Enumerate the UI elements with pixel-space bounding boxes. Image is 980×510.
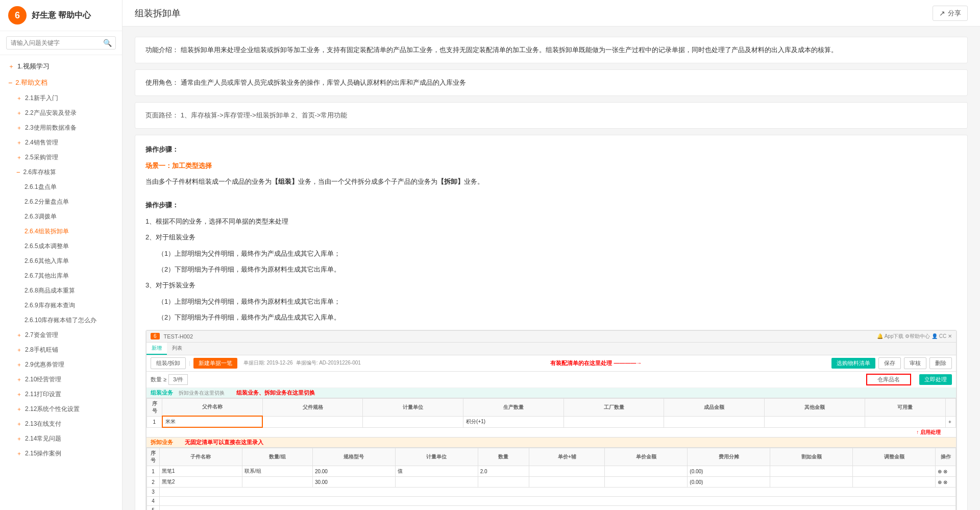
logo-text: 好生意 帮助中心 xyxy=(32,10,91,21)
plus-icon-sm2: ＋ xyxy=(16,109,22,117)
sidebar-item-inv-error[interactable]: 2.6.10库存账本错了怎么办 xyxy=(0,313,122,328)
sidebar-item-online-pay[interactable]: ＋ 2.13在线支付 xyxy=(0,417,122,431)
app-tabs: 新增 列表 xyxy=(146,343,956,355)
sidebar-item-docs-label: 2.帮助文档 xyxy=(15,78,47,87)
share-button[interactable]: ↗ 分享 xyxy=(933,6,968,21)
sidebar-item-print[interactable]: ＋ 2.11打印设置 xyxy=(0,387,122,402)
sidebar-item-cost-adjust[interactable]: 2.6.5成本调整单 xyxy=(0,239,122,254)
sidebar-item-sales[interactable]: ＋ 2.4销售管理 xyxy=(0,135,122,150)
app-logo: 6 xyxy=(151,333,160,339)
sidebar-item-docs[interactable]: − 2.帮助文档 xyxy=(0,75,122,91)
bcell-ops2[interactable]: ⊕ ⊗ xyxy=(936,477,956,488)
minus-icon-sm: − xyxy=(16,168,20,176)
sidebar-item-coupon[interactable]: ＋ 2.9优惠券管理 xyxy=(0,357,122,372)
th-prod-qty: 生产数量 xyxy=(463,398,564,416)
toolbar-date: 单据日期: 2019-12-26 xyxy=(243,359,293,367)
bot-table-body: 1 黑笔1 联系/组 20.00 值 2.0 (0.00) xyxy=(147,466,956,510)
sidebar-item-mobile[interactable]: ＋ 2.8手机旺铺 xyxy=(0,343,122,357)
bcell-qty-group2 xyxy=(242,477,312,488)
sidebar-item-stocktake[interactable]: 2.6.1盘点单 xyxy=(0,180,122,195)
app-titlebar: 6 TEST-H002 🔔 App下载 ⚙帮助中心 👤 CC ✕ xyxy=(146,331,956,343)
qty-value[interactable]: 3/件 xyxy=(168,374,188,385)
step3b: （2）下部明细为子件明细，最终作为产成品生成其它入库单。 xyxy=(158,311,957,323)
sidebar-item-cost-recalc[interactable]: 2.6.8商品成本重算 xyxy=(0,283,122,298)
bth-adj-amt: 调整金额 xyxy=(853,448,936,466)
sidebar-header: 6 好生意 帮助中心 xyxy=(0,0,122,31)
btn-process[interactable]: 立即处理 xyxy=(919,374,952,385)
plus-icon-sm: ＋ xyxy=(16,94,22,102)
user-role-text: 通常由生产人员或库管人员完成拆装业务的操作，库管人员确认原材料的出库和产成品的入… xyxy=(181,79,466,86)
sidebar-item-faq[interactable]: ＋ 2.14常见问题 xyxy=(0,431,122,446)
btn-new-order[interactable]: 新建单据一笔 xyxy=(193,358,237,369)
bth-spec: 规格型号 xyxy=(312,448,395,466)
screenshot-container: 6 TEST-H002 🔔 App下载 ⚙帮助中心 👤 CC ✕ 新增 列表 组… xyxy=(145,330,957,510)
titlebar-text: TEST-H002 xyxy=(164,333,193,339)
plus-icon-coup: ＋ xyxy=(16,361,22,369)
sidebar-item-inventory[interactable]: − 2.6库存核算 xyxy=(0,165,122,180)
tab-list[interactable]: 列表 xyxy=(167,343,187,355)
bcell-unit2 xyxy=(395,477,478,488)
top-bar: 组装拆卸单 ↗ 分享 xyxy=(122,0,980,27)
bcell-no2: 2 xyxy=(147,477,160,488)
step1: 1、根据不同的业务，选择不同单据的类型来处理 xyxy=(145,215,957,227)
cell-action-top[interactable]: + xyxy=(946,416,956,427)
btn-delete[interactable]: 删除 xyxy=(929,357,952,369)
bcell-ops[interactable]: ⊕ ⊗ xyxy=(936,466,956,477)
bth-price-amt: 单价金额 xyxy=(605,448,688,466)
bcell-cost-share2: (0.00) xyxy=(688,477,770,488)
bcell-spec: 20.00 xyxy=(312,466,395,477)
btn-business-type[interactable]: 组装/拆卸 xyxy=(151,357,186,369)
cell-prod-qty: 积分(+1) xyxy=(463,416,564,427)
sidebar-item-data-prep[interactable]: ＋ 2.3使用前数据准备 xyxy=(0,120,122,135)
sidebar-item-cases[interactable]: ＋ 2.15操作案例 xyxy=(0,446,122,461)
sidebar-item-video[interactable]: ＋ 1.视频学习 xyxy=(0,58,122,75)
th-avail-qty: 可用量 xyxy=(865,398,945,416)
btn-material-list[interactable]: 选购物料清单 xyxy=(831,358,875,369)
sidebar-item-transfer[interactable]: 2.6.3调拨单 xyxy=(0,209,122,224)
sidebar-item-purchase[interactable]: ＋ 2.5采购管理 xyxy=(0,150,122,165)
btn-approve[interactable]: 审核 xyxy=(904,357,926,369)
section-top-bar: 组装业务 拆卸业务在这里切换 组装业务、拆卸业务在这里切换 xyxy=(146,388,956,398)
sidebar-item-inv-query[interactable]: 2.6.9库存账本查询 xyxy=(0,298,122,313)
sidebar-item-custom[interactable]: ＋ 2.12系统个性化设置 xyxy=(0,402,122,417)
sidebar-item-other-in[interactable]: 2.6.6其他入库单 xyxy=(0,254,122,269)
cell-unit xyxy=(363,416,463,427)
bth-cut-amt: 割如金额 xyxy=(770,448,853,466)
btn-save[interactable]: 保存 xyxy=(878,357,901,369)
ops-label: 操作步骤： xyxy=(145,201,179,209)
tab-new[interactable]: 新增 xyxy=(146,343,167,355)
sidebar-item-install[interactable]: ＋ 2.2产品安装及登录 xyxy=(0,106,122,120)
bcell-qty: 2.0 xyxy=(478,466,529,477)
plus-icon-ops: ＋ xyxy=(16,376,22,383)
bot-table: 序号 子件名称 数量/组 规格型号 计量单位 数量 单价+辅 单价金额 费用分摊 xyxy=(146,448,956,510)
sidebar-item-new-user[interactable]: ＋ 2.1新手入门 xyxy=(0,91,122,106)
sidebar-item-other-out[interactable]: 2.6.7其他出库单 xyxy=(0,269,122,283)
search-bar[interactable]: 🔍 xyxy=(0,31,122,55)
sidebar: 6 好生意 帮助中心 🔍 ＋ 1.视频学习 − 2.帮助文档 ＋ 2.1新手入门… xyxy=(0,0,122,510)
bth-unit: 计量单位 xyxy=(395,448,478,466)
table-row: 1 米米 积分(+1) + xyxy=(147,416,956,427)
search-input[interactable] xyxy=(6,36,116,50)
bcell-adj-amt xyxy=(853,466,936,477)
scenario-label: 场景一：加工类型选择 xyxy=(145,162,212,169)
th-product-amt: 成品金额 xyxy=(664,398,765,416)
table-row: 3 xyxy=(147,488,956,497)
sidebar-item-partial-stocktake[interactable]: 2.6.2分量盘点单 xyxy=(0,195,122,209)
bcell-spec2: 30.00 xyxy=(312,477,395,488)
path-label: 页面路径： xyxy=(145,111,179,119)
section-top-label: 组装业务 xyxy=(151,390,173,396)
warehouse-input[interactable]: 仓库品名 xyxy=(866,374,911,385)
toolbar-no: 单据编号: AD-20191226-001 xyxy=(296,359,361,367)
search-icon[interactable]: 🔍 xyxy=(103,39,112,47)
bcell-unit: 值 xyxy=(395,466,478,477)
sidebar-item-finance[interactable]: ＋ 2.7资金管理 xyxy=(0,328,122,343)
bth-name: 子件名称 xyxy=(160,448,242,466)
step3: 3、对于拆装业务 xyxy=(145,279,957,291)
logo-icon: 6 xyxy=(8,6,27,25)
sidebar-item-assembly[interactable]: 2.6.4组装拆卸单 xyxy=(0,224,122,239)
steps-content: 操作步骤： 场景一：加工类型选择 当由多个子件材料组装成一个成品的业务为【组装】… xyxy=(135,135,968,510)
bcell-cut-amt2 xyxy=(770,477,853,488)
main-content: 组装拆卸单 ↗ 分享 功能介绍： 组装拆卸单用来处理企业组装或拆卸等加工业务，支… xyxy=(122,0,980,510)
sidebar-item-ops[interactable]: ＋ 2.10经营管理 xyxy=(0,372,122,387)
th-no: 序号 xyxy=(147,398,162,416)
